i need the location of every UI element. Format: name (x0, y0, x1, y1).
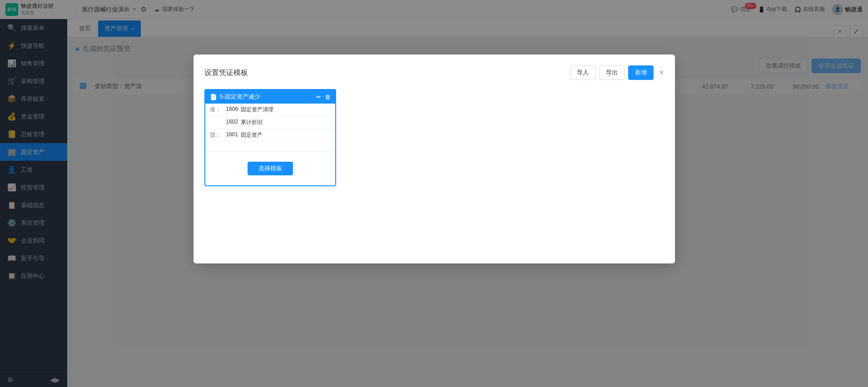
row-code-1: 1602 (226, 119, 238, 126)
row-code-2: 1601 (226, 131, 238, 139)
template-card: 📄 5-固定资产减少 ✏ 🗑 (204, 89, 336, 186)
template-card-actions: ✏ 🗑 (316, 94, 331, 100)
content-area: 首页 资产管理 × ◀ 生成的凭证预览 批量调控模板 全部生成凭证 (67, 19, 868, 387)
template-card-title-area: 📄 5-固定资产减少 (210, 93, 261, 101)
modal-title: 设置凭证模板 (204, 68, 248, 78)
template-row-0: 借： 1606 固定资产清理 (205, 104, 335, 116)
template-edit-icon[interactable]: ✏ (316, 94, 321, 100)
template-doc-icon: 📄 (210, 94, 217, 100)
template-id: 5 (220, 93, 223, 100)
row-name-2: 固定资产 (241, 131, 263, 139)
template-row-1: 1602 累计折旧 (205, 116, 335, 129)
export-button[interactable]: 导出 (599, 65, 625, 80)
template-row-2: 贷： 1601 固定资产 (205, 129, 335, 142)
row-side-1 (210, 119, 223, 126)
import-button[interactable]: 导入 (570, 65, 595, 80)
template-id-name: 5-固定资产减少 (220, 93, 261, 101)
row-code-0: 1606 (226, 106, 238, 114)
modal-close-button[interactable]: × (659, 68, 664, 78)
template-card-header: 📄 5-固定资产减少 ✏ 🗑 (205, 90, 335, 104)
row-name-1: 累计折旧 (241, 119, 263, 126)
new-button[interactable]: 新增 (628, 65, 654, 80)
modal-action-buttons: 导入 导出 新增 (570, 65, 654, 80)
set-voucher-template-modal: 设置凭证模板 导入 导出 新增 × (193, 55, 675, 263)
row-side-2: 贷： (210, 131, 223, 139)
template-empty-row (205, 142, 335, 152)
template-card-body: 借： 1606 固定资产清理 1602 累计折旧 (205, 104, 335, 185)
template-delete-icon[interactable]: 🗑 (325, 94, 331, 100)
template-select-area: 选择模板 (205, 152, 335, 185)
template-name: 固定资产减少 (225, 93, 260, 100)
select-template-button[interactable]: 选择模板 (248, 162, 293, 175)
modal-overlay: 设置凭证模板 导入 导出 新增 × (67, 19, 868, 387)
modal-body: 📄 5-固定资产减少 ✏ 🗑 (204, 89, 664, 253)
row-name-0: 固定资产清理 (241, 106, 273, 114)
modal-header: 设置凭证模板 导入 导出 新增 × (204, 65, 664, 80)
row-side-0: 借： (210, 106, 223, 114)
